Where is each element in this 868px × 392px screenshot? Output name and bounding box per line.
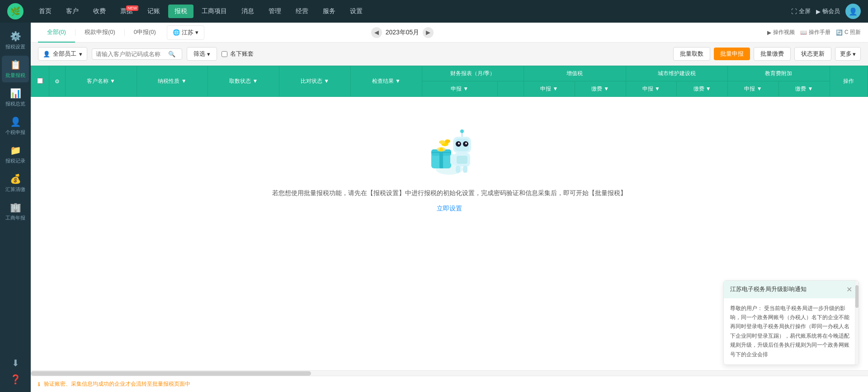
th-city-tax: 城市维护建设税 bbox=[626, 66, 728, 81]
search-icon[interactable]: 🔍 bbox=[168, 51, 175, 57]
logo[interactable]: 🌿 bbox=[7, 3, 24, 19]
nav-message[interactable]: 消息 bbox=[235, 5, 260, 18]
refresh-link[interactable]: 🔄 C 照新 bbox=[836, 29, 861, 36]
operation-video-link[interactable]: ▶ 操作视频 bbox=[767, 29, 795, 36]
nav-management[interactable]: 管理 bbox=[262, 5, 288, 18]
fullscreen-btn[interactable]: ⛶ 全屏 bbox=[791, 7, 811, 15]
th-edu-pay: 缴费 ▼ bbox=[778, 81, 830, 97]
more-icon: ▾ bbox=[853, 51, 856, 57]
svg-rect-19 bbox=[457, 156, 467, 164]
top-nav: 🌿 首页 客户 收费 票据 NEW 记账 报税 工商项目 消息 管理 经营 服务… bbox=[0, 0, 868, 23]
notif-text: 尊敬的用户： 受当前电子税务局进一步升级的影响，同一个政务网账号（办税人）名下的… bbox=[730, 305, 849, 358]
nav-operations[interactable]: 经营 bbox=[289, 5, 315, 18]
sidebar-item-tax-record[interactable]: 📁 报税记录 bbox=[2, 141, 29, 168]
avatar[interactable]: 👤 bbox=[845, 4, 861, 19]
nav-tax[interactable]: 报税 bbox=[168, 5, 193, 18]
th-check-result: 检查结果 ▼ bbox=[350, 66, 422, 97]
nav-items: 首页 客户 收费 票据 NEW 记账 报税 工商项目 消息 管理 经营 服务 设… bbox=[33, 5, 791, 18]
logo-icon: 🌿 bbox=[10, 6, 20, 16]
new-badge: NEW bbox=[126, 5, 138, 11]
dropdown-icon: ▾ bbox=[195, 29, 198, 36]
th-vat: 增值税 bbox=[524, 66, 626, 81]
robot-icon bbox=[422, 124, 476, 178]
search-input[interactable] bbox=[96, 51, 168, 57]
employee-icon: 👤 bbox=[43, 51, 50, 57]
nav-invoice[interactable]: 票据 NEW bbox=[114, 5, 139, 18]
notif-close-btn[interactable]: ✕ bbox=[846, 285, 852, 294]
th-checkbox[interactable] bbox=[31, 66, 49, 97]
date-nav: ◀ 2023年05月 ▶ bbox=[371, 27, 434, 38]
th-city-pay: 缴费 ▼ bbox=[677, 81, 728, 97]
filter-bar: 👤 全部员工 ▾ 🔍 筛选 ▾ 名下账套 批量取数 批量申报 批量缴费 状态更新 bbox=[31, 43, 868, 66]
nav-service[interactable]: 服务 bbox=[316, 5, 342, 18]
empty-main-text: 若您想使用批量报税功能，请先在【报税设置】中进行报税的初始化设置，完成密码验证和… bbox=[272, 189, 627, 197]
download-icon[interactable]: ⬇ bbox=[12, 358, 19, 368]
bottom-bar: ℹ 验证账密、采集信息均成功的企业才会流转至批量报税页面中 bbox=[31, 376, 868, 392]
fullscreen-icon: ⛶ bbox=[791, 8, 797, 15]
notif-scrollbar-track[interactable] bbox=[855, 281, 859, 364]
notif-scrollbar-thumb bbox=[855, 285, 859, 308]
notif-body: 尊敬的用户： 受当前电子税务局进一步升级的影响，同一个政务网账号（办税人）名下的… bbox=[724, 298, 859, 364]
th-compare-status: 比对状态 ▼ bbox=[279, 66, 351, 97]
empty-state: 若您想使用批量报税功能，请先在【报税设置】中进行报税的初始化设置，完成密码验证和… bbox=[31, 97, 868, 240]
personal-tax-icon: 👤 bbox=[10, 116, 21, 127]
notif-header: 江苏电子税务局升级影响通知 ✕ bbox=[724, 281, 859, 298]
account-checkbox[interactable] bbox=[222, 51, 227, 57]
nav-business[interactable]: 工商项目 bbox=[195, 5, 233, 18]
th-gear[interactable]: ⚙ bbox=[49, 66, 66, 97]
sidebar-item-tax-overview[interactable]: 📊 报税总览 bbox=[2, 84, 29, 111]
batch-tax-icon: 📋 bbox=[10, 59, 21, 70]
th-operation: 操作 bbox=[830, 66, 868, 97]
filter-btn[interactable]: 筛选 ▾ bbox=[187, 47, 217, 61]
bottom-text: 验证账密、采集信息均成功的企业才会流转至批量报税页面中 bbox=[44, 380, 190, 388]
th-vat-pay: 缴费 ▼ bbox=[575, 81, 626, 97]
vip-icon: ▶ bbox=[816, 8, 821, 15]
filter-right: 批量取数 批量申报 批量缴费 状态更新 更多 ▾ bbox=[673, 47, 861, 61]
select-all-checkbox[interactable] bbox=[37, 78, 43, 84]
nav-settings[interactable]: 设置 bbox=[344, 5, 369, 18]
checkbox-label[interactable]: 名下账套 bbox=[222, 50, 254, 58]
tab-zero-declare[interactable]: 0申报(0) bbox=[125, 23, 165, 43]
status-update-btn[interactable]: 状态更新 bbox=[794, 47, 831, 61]
employee-filter[interactable]: 👤 全部员工 ▾ bbox=[38, 47, 87, 61]
svg-rect-21 bbox=[456, 166, 460, 173]
date-text: 2023年05月 bbox=[386, 29, 420, 37]
svg-point-17 bbox=[460, 129, 464, 133]
more-btn[interactable]: 更多 ▾ bbox=[835, 47, 861, 61]
sidebar-item-settlement[interactable]: 💰 汇算清缴 bbox=[2, 170, 29, 196]
next-month-btn[interactable]: ▶ bbox=[423, 27, 434, 38]
nav-accounting[interactable]: 记账 bbox=[141, 5, 166, 18]
th-financial-report: 财务报表（月/季） bbox=[422, 66, 524, 81]
nav-fee[interactable]: 收费 bbox=[87, 5, 112, 18]
sidebar-item-personal-tax[interactable]: 👤 个税申报 bbox=[2, 113, 29, 139]
batch-get-btn[interactable]: 批量取数 bbox=[673, 47, 710, 61]
nav-home[interactable]: 首页 bbox=[33, 5, 58, 18]
th-fin-empty bbox=[497, 81, 524, 97]
tab-all[interactable]: 全部(0) bbox=[38, 23, 75, 43]
help-icon[interactable]: ❓ bbox=[10, 374, 21, 385]
th-fetch-status: 取数状态 ▼ bbox=[208, 66, 279, 97]
vip-btn[interactable]: ▶ 畅会员 bbox=[816, 7, 840, 15]
sidebar-bottom: ⬇ ❓ bbox=[10, 358, 21, 392]
region-selector[interactable]: 🌐 江苏 ▾ bbox=[167, 25, 204, 40]
th-edu-surcharge: 教育费附加 bbox=[728, 66, 830, 81]
notif-title: 江苏电子税务局升级影响通知 bbox=[730, 285, 807, 293]
tab-tax-declare[interactable]: 税款申报(0) bbox=[75, 23, 124, 43]
sidebar-item-annual-report[interactable]: 🏢 工商年报 bbox=[2, 198, 29, 225]
horizontal-scrollbar[interactable] bbox=[31, 370, 868, 376]
sidebar: ⚙️ 报税设置 📋 批量报税 📊 报税总览 👤 个税申报 📁 报税记录 💰 汇算… bbox=[0, 23, 31, 392]
nav-right: ⛶ 全屏 ▶ 畅会员 👤 bbox=[791, 4, 861, 19]
operation-manual-link[interactable]: 📖 操作手册 bbox=[800, 29, 830, 36]
th-vat-declare: 申报 ▼ bbox=[524, 81, 575, 97]
notification-panel: 江苏电子税务局升级影响通知 ✕ 尊敬的用户： 受当前电子税务局进一步升级的影响，… bbox=[723, 280, 859, 365]
batch-declare-btn[interactable]: 批量申报 bbox=[714, 48, 750, 60]
batch-pay-btn[interactable]: 批量缴费 bbox=[754, 47, 791, 61]
svg-rect-22 bbox=[463, 166, 467, 173]
nav-customer[interactable]: 客户 bbox=[60, 5, 85, 18]
h-scrollbar-thumb bbox=[31, 371, 311, 376]
employee-dropdown-icon: ▾ bbox=[79, 51, 82, 57]
sidebar-item-tax-settings[interactable]: ⚙️ 报税设置 bbox=[2, 27, 29, 54]
prev-month-btn[interactable]: ◀ bbox=[371, 27, 382, 38]
setup-link[interactable]: 立即设置 bbox=[437, 205, 462, 213]
sidebar-item-batch-tax[interactable]: 📋 批量报税 bbox=[2, 56, 29, 82]
